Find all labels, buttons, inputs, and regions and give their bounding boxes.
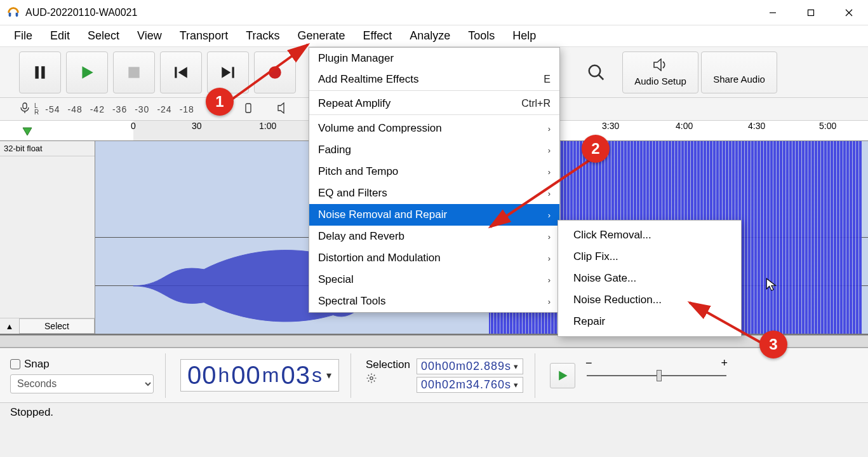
menu-distortion-modulation[interactable]: Distortion and Modulation› xyxy=(309,247,559,269)
svg-line-22 xyxy=(229,44,308,102)
minimize-button[interactable] xyxy=(754,0,792,25)
track-select-button[interactable]: Select xyxy=(19,318,95,334)
gear-icon[interactable] xyxy=(366,372,377,386)
play-button[interactable] xyxy=(66,51,108,93)
submenu-noise-gate[interactable]: Noise Gate... xyxy=(558,268,741,289)
menu-effect[interactable]: Effect xyxy=(354,27,401,45)
snap-checkbox[interactable] xyxy=(10,359,20,369)
mouse-cursor-icon xyxy=(765,277,779,294)
track-format-label: 32-bit float xyxy=(0,141,95,156)
chevron-right-icon: › xyxy=(548,297,551,306)
annotation-marker-1: 1 xyxy=(206,88,234,116)
chevron-right-icon: › xyxy=(548,254,551,263)
skip-start-button[interactable] xyxy=(160,51,202,93)
pause-button[interactable] xyxy=(19,51,61,93)
share-audio-label: Share Audio xyxy=(713,74,765,85)
svg-rect-5 xyxy=(41,66,44,79)
svg-rect-8 xyxy=(175,67,177,78)
svg-rect-1 xyxy=(808,10,814,15)
submenu-clip-fix[interactable]: Clip Fix... xyxy=(558,246,741,268)
meter-l-label: L xyxy=(34,103,39,109)
title-bar: AUD-20220110-WA0021 xyxy=(0,0,868,25)
stop-button[interactable] xyxy=(113,51,155,93)
chevron-right-icon: › xyxy=(548,275,551,285)
chevron-down-icon[interactable]: ▾ xyxy=(514,362,519,371)
annotation-arrow-1 xyxy=(222,38,324,108)
menu-special[interactable]: Special› xyxy=(309,269,559,290)
menu-tools[interactable]: Tools xyxy=(459,27,504,45)
snap-label: Snap xyxy=(24,358,50,371)
play-at-speed-button[interactable] xyxy=(550,363,575,388)
zoom-icon[interactable] xyxy=(587,63,606,82)
tick-label: 4:00 xyxy=(676,121,693,131)
collapse-icon[interactable]: ▲ xyxy=(0,322,19,331)
menu-file[interactable]: File xyxy=(5,27,41,45)
menu-repeat-last[interactable]: Repeat AmplifyCtrl+R xyxy=(309,93,559,115)
menu-plugin-manager[interactable]: Plugin Manager xyxy=(309,48,559,69)
audacity-icon xyxy=(6,6,20,20)
svg-marker-6 xyxy=(82,66,93,79)
tick-label: 1:00 xyxy=(259,121,276,131)
audio-setup-button[interactable]: Audio Setup xyxy=(622,51,698,93)
tick-label: 4:30 xyxy=(748,121,765,131)
close-button[interactable] xyxy=(830,0,868,25)
svg-marker-15 xyxy=(654,59,661,71)
menu-select[interactable]: Select xyxy=(79,27,128,45)
svg-rect-4 xyxy=(35,66,38,79)
chevron-down-icon[interactable]: ▾ xyxy=(326,369,332,381)
status-bar: Stopped. xyxy=(0,402,868,421)
status-text: Stopped. xyxy=(10,406,53,419)
track-control-panel[interactable]: 32-bit float ▲ Select xyxy=(0,141,95,334)
microphone-icon[interactable] xyxy=(19,102,30,116)
chevron-down-icon[interactable]: ▾ xyxy=(514,380,519,390)
slider-thumb[interactable] xyxy=(657,370,662,381)
menu-bar: File Edit Select View Transport Tracks G… xyxy=(0,25,868,47)
audio-setup-label: Audio Setup xyxy=(634,76,686,86)
menu-add-realtime[interactable]: Add Realtime EffectsE xyxy=(309,69,559,91)
db-scale: -54 -48 -42 -36 -30 -24 -18 xyxy=(45,104,194,114)
svg-marker-19 xyxy=(23,128,32,135)
meter-r-label: R xyxy=(34,109,39,116)
window-controls xyxy=(754,0,868,25)
selection-label: Selection xyxy=(366,358,410,371)
menu-edit[interactable]: Edit xyxy=(41,27,79,45)
playhead-icon[interactable] xyxy=(22,126,33,140)
annotation-marker-2: 2 xyxy=(582,135,610,163)
app-root: AUD-20220110-WA0021 File Edit Select Vie… xyxy=(0,0,868,457)
svg-line-14 xyxy=(599,74,604,79)
tick-label: 3:30 xyxy=(602,121,619,131)
selection-start-display[interactable]: 00h00m02.889s▾ xyxy=(417,358,523,374)
playback-speed-slider[interactable]: − + xyxy=(587,367,726,385)
svg-rect-7 xyxy=(128,67,139,78)
menu-spectral-tools[interactable]: Spectral Tools› xyxy=(309,290,559,312)
selection-end-display[interactable]: 00h02m34.760s▾ xyxy=(417,377,523,393)
svg-point-20 xyxy=(370,376,373,379)
maximize-button[interactable] xyxy=(792,0,830,25)
speaker-icon xyxy=(652,58,669,73)
svg-marker-21 xyxy=(559,371,567,380)
chevron-right-icon: › xyxy=(548,124,551,133)
tick-label: 0 xyxy=(131,121,136,131)
snap-unit-select[interactable]: Seconds xyxy=(10,374,154,393)
menu-volume-compression[interactable]: Volume and Compression› xyxy=(309,118,559,139)
tick-label: 30 xyxy=(192,121,202,131)
svg-marker-9 xyxy=(178,67,187,78)
svg-line-23 xyxy=(490,153,600,227)
annotation-marker-3: 3 xyxy=(759,331,787,358)
svg-rect-16 xyxy=(23,103,27,109)
menu-view[interactable]: View xyxy=(128,27,171,45)
menu-help[interactable]: Help xyxy=(504,27,545,45)
minus-icon: − xyxy=(585,357,592,370)
svg-point-13 xyxy=(589,65,601,76)
window-title: AUD-20220110-WA0021 xyxy=(25,7,137,18)
menu-analyze[interactable]: Analyze xyxy=(401,27,459,45)
tick-label: 5:00 xyxy=(819,121,836,131)
time-position-display[interactable]: 00h00m03s▾ xyxy=(180,359,339,392)
annotation-arrow-2 xyxy=(483,149,610,238)
share-audio-button[interactable]: Share Audio xyxy=(701,51,777,93)
